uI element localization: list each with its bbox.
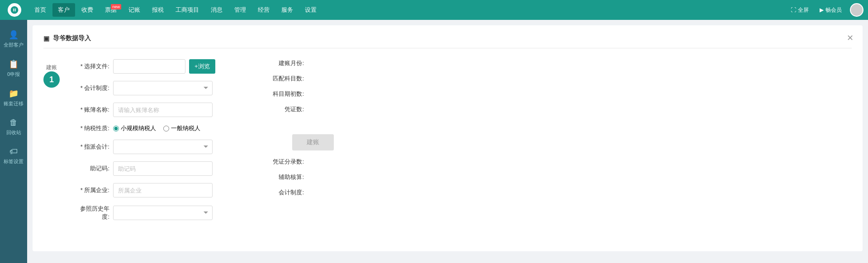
file-row: * 选择文件: +浏览 — [73, 59, 245, 74]
ledger-name-input[interactable] — [113, 103, 213, 117]
vip-icon: ▶ — [820, 7, 824, 13]
sidebar-item-label: 全部客户 — [4, 42, 24, 48]
nav-item-customer[interactable]: 客户 — [52, 3, 75, 17]
nav-right: ⛶ 全屏 ▶ 畅会员 — [788, 3, 863, 17]
form-layout: 建账 1 * 选择文件: +浏览 — [43, 59, 852, 221]
content-area: ▣ 导爷数据导入 ✕ 建账 1 * 选择文件: — [27, 20, 868, 263]
assign-accountant-select[interactable] — [113, 140, 213, 154]
fullscreen-icon: ⛶ — [791, 7, 796, 13]
all-customers-icon: 👤 — [9, 30, 19, 40]
file-input[interactable] — [113, 59, 185, 74]
company-input[interactable] — [113, 183, 213, 197]
dialog-title-icon: ▣ — [43, 35, 49, 42]
zero-filing-icon: 📋 — [9, 59, 19, 69]
create-account-button[interactable]: 建账 — [292, 134, 334, 150]
tax-general-input[interactable] — [163, 126, 169, 132]
file-input-row: +浏览 — [113, 59, 215, 74]
sidebar-item-label: 0申报 — [7, 71, 20, 78]
sidebar-item-label: 标签设置 — [4, 158, 24, 165]
dialog-title: 导爷数据导入 — [53, 34, 91, 42]
right-accounting-system-row: 会计制度: — [263, 188, 363, 197]
file-label: * 选择文件: — [73, 62, 109, 70]
sidebar-item-account-migrate[interactable]: 📁 账套迁移 — [0, 83, 27, 113]
avatar[interactable] — [850, 3, 863, 17]
history-year-row: 参照历史年度: — [73, 205, 245, 221]
nav-item-tax[interactable]: 报税 — [147, 3, 169, 17]
tax-radio-group: 小规模纳税人 一般纳税人 — [113, 124, 200, 132]
aux-accounting-label: 辅助核算: — [263, 173, 304, 181]
form-fields: * 选择文件: +浏览 * 会计制度: — [73, 59, 245, 221]
assign-accountant-row: * 指派会计: — [73, 140, 245, 154]
fullscreen-button[interactable]: ⛶ 全屏 — [788, 5, 811, 16]
memo-code-input[interactable] — [113, 161, 213, 176]
nav-item-bookkeeping[interactable]: 记账 — [123, 3, 146, 17]
voucher-count-label: 凭证数: — [263, 105, 304, 113]
tax-small-input[interactable] — [113, 126, 119, 132]
nav-item-manage[interactable]: 管理 — [229, 3, 251, 17]
step-indicator: 建账 1 — [43, 59, 60, 221]
ledger-name-row: * 账簿名称: — [73, 103, 245, 117]
sidebar-item-label: 回收站 — [6, 129, 21, 136]
sidebar-item-zero-filing[interactable]: 📋 0申报 — [0, 54, 27, 83]
nav-item-operation[interactable]: 经营 — [252, 3, 275, 17]
step-label: 建账 — [46, 64, 57, 71]
accounting-system-row: * 会计制度: — [73, 81, 245, 95]
nav-item-fee[interactable]: 收费 — [76, 3, 99, 17]
nav-item-business[interactable]: 工商项目 — [170, 3, 204, 17]
voucher-count-row: 凭证数: — [263, 105, 363, 113]
step-circle: 1 — [43, 71, 60, 88]
tax-type-row: * 纳税性质: 小规模纳税人 一般纳税人 — [73, 124, 245, 132]
top-navigation: 首页 客户 收费 票据 new 记账 报税 工商项目 消息 管理 经营 服务 设… — [0, 0, 868, 20]
nav-item-settings[interactable]: 设置 — [299, 3, 322, 17]
form-right: 建账月份: 匹配科目数: 科目期初数: 凭证数: — [263, 59, 363, 221]
accounting-system-select[interactable] — [113, 81, 213, 95]
assign-accountant-label: * 指派会计: — [73, 143, 109, 151]
aux-accounting-row: 辅助核算: — [263, 173, 363, 181]
tax-small-radio[interactable]: 小规模纳税人 — [113, 124, 156, 132]
subject-init-label: 科目期初数: — [263, 90, 304, 98]
company-row: * 所属企业: — [73, 183, 245, 197]
memo-code-row: 助记码: — [73, 161, 245, 176]
dialog-card: ▣ 导爷数据导入 ✕ 建账 1 * 选择文件: — [33, 25, 863, 251]
nav-item-home[interactable]: 首页 — [29, 3, 52, 17]
match-subjects-label: 匹配科目数: — [263, 75, 304, 83]
accounting-system-label: * 会计制度: — [73, 84, 109, 92]
company-label: * 所属企业: — [73, 186, 109, 194]
memo-code-label: 助记码: — [73, 164, 109, 173]
sidebar-item-tags[interactable]: 🏷 标签设置 — [0, 141, 27, 170]
close-button[interactable]: ✕ — [844, 33, 855, 43]
sidebar-item-label: 账套迁移 — [4, 100, 24, 107]
dialog-header: ▣ 导爷数据导入 — [43, 34, 852, 48]
recycle-icon: 🗑 — [9, 118, 18, 127]
sidebar-item-recycle[interactable]: 🗑 回收站 — [0, 113, 27, 141]
subject-init-row: 科目期初数: — [263, 90, 363, 98]
nav-item-invoice[interactable]: 票据 new — [100, 3, 122, 17]
nav-item-service[interactable]: 服务 — [276, 3, 299, 17]
form-left: 建账 1 * 选择文件: +浏览 — [43, 59, 245, 221]
create-month-label: 建账月份: — [263, 59, 304, 67]
account-migrate-icon: 📁 — [9, 89, 19, 99]
vip-button[interactable]: ▶ 畅会员 — [817, 5, 844, 16]
nav-item-message[interactable]: 消息 — [205, 3, 228, 17]
history-year-select[interactable] — [113, 206, 213, 220]
main-layout: 👤 全部客户 📋 0申报 📁 账套迁移 🗑 回收站 🏷 标签设置 ▣ 导爷数据导… — [0, 20, 868, 263]
tags-icon: 🏷 — [9, 147, 18, 156]
tax-type-label: * 纳税性质: — [73, 124, 109, 132]
new-badge: new — [111, 4, 121, 9]
tax-general-radio[interactable]: 一般纳税人 — [163, 124, 200, 132]
browse-button[interactable]: +浏览 — [189, 59, 215, 74]
voucher-entries-label: 凭证分录数: — [263, 158, 304, 166]
logo-icon — [8, 3, 21, 17]
history-year-label: 参照历史年度: — [73, 205, 109, 221]
voucher-entries-row: 凭证分录数: — [263, 158, 363, 166]
sidebar: 👤 全部客户 📋 0申报 📁 账套迁移 🗑 回收站 🏷 标签设置 — [0, 20, 27, 263]
nav-items: 首页 客户 收费 票据 new 记账 报税 工商项目 消息 管理 经营 服务 设… — [29, 3, 788, 17]
right-accounting-system-label: 会计制度: — [263, 188, 304, 197]
create-month-row: 建账月份: — [263, 59, 363, 67]
sidebar-item-all-customers[interactable]: 👤 全部客户 — [0, 24, 27, 54]
match-subjects-row: 匹配科目数: — [263, 75, 363, 83]
ledger-name-label: * 账簿名称: — [73, 106, 109, 114]
app-logo — [5, 0, 24, 20]
